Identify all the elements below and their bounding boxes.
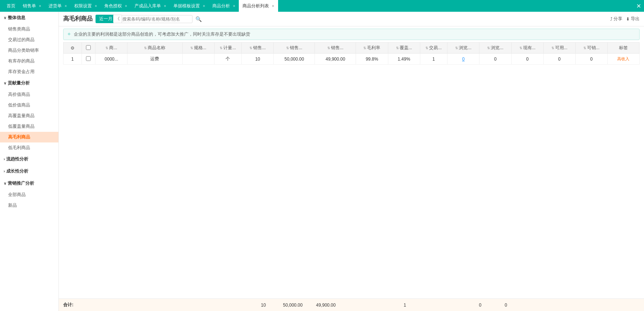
- th-unit[interactable]: ⇅计量...: [214, 43, 242, 54]
- table-row: 1 0000... 运费 个 10 50,000.00 49,900.00 99…: [64, 54, 640, 65]
- sidebar-item-low-value[interactable]: 低价值商品: [0, 100, 58, 111]
- cell-checkbox[interactable]: [82, 54, 95, 65]
- footer-spacer5: [203, 303, 229, 308]
- cell-browse-a[interactable]: 0: [447, 54, 479, 65]
- footer-available-stock: 0: [493, 303, 519, 308]
- arrow-growth: ›: [4, 169, 5, 173]
- footer-browse-b: [442, 303, 467, 308]
- th-transactions[interactable]: ⇅交易...: [420, 43, 447, 54]
- export-icon: ⬇: [626, 17, 630, 22]
- sidebar-section-overall[interactable]: ∨ 整体信息: [0, 12, 58, 24]
- sidebar-section-growth[interactable]: › 成长性分析: [0, 165, 58, 177]
- cell-browse-b: 0: [479, 54, 511, 65]
- nav-purchase[interactable]: 进货单 ×: [45, 0, 71, 12]
- nav-stock-in[interactable]: 产成品入库单 ×: [131, 0, 170, 12]
- close-permissions-tab[interactable]: ×: [95, 4, 97, 8]
- content-header: 高毛利商品 近一月 🔍 ⤴ 分享 ⬇ 导出: [59, 12, 644, 26]
- footer-values: 10 50,000.00 49,900.00 1 0 0: [107, 303, 640, 308]
- sidebar-item-traded-goods[interactable]: 交易过的商品: [0, 35, 58, 45]
- th-sales-cost[interactable]: ⇅销售...: [315, 43, 356, 54]
- cell-code: 0000...: [96, 54, 127, 65]
- cell-spec: [182, 54, 214, 65]
- sidebar: ∨ 整体信息 销售类商品 交易过的商品 商品分类助销率 有库存的商品 库存资金占…: [0, 12, 59, 311]
- share-button[interactable]: ⤴ 分享: [610, 16, 622, 22]
- nav-product-analysis[interactable]: 商品分析 ×: [209, 0, 239, 12]
- footer-gross-rate: [342, 303, 368, 308]
- th-code[interactable]: ⇅商...: [96, 43, 127, 54]
- sidebar-item-in-stock[interactable]: 有库存的商品: [0, 56, 58, 66]
- cell-unit: 个: [214, 54, 242, 65]
- sidebar-item-high-coverage[interactable]: 高覆盖量商品: [0, 111, 58, 121]
- close-roles-tab[interactable]: ×: [125, 4, 127, 8]
- cell-coverage: 1.49%: [388, 54, 420, 65]
- cell-transactions: 1: [420, 54, 447, 65]
- footer-browse-a: [416, 303, 442, 308]
- nav-home[interactable]: 首页: [3, 0, 19, 12]
- sidebar-item-low-coverage[interactable]: 低覆盖量商品: [0, 121, 58, 132]
- table-container[interactable]: ⚙ ⇅商... ⇅商品名称 ⇅规格... ⇅计量... ⇅销售... ⇅销售..…: [59, 42, 644, 299]
- th-tag: 标签: [607, 43, 639, 54]
- nav-permissions[interactable]: 权限设置 ×: [71, 0, 101, 12]
- cell-sales-cost: 49,900.00: [315, 54, 356, 65]
- sidebar-item-low-margin[interactable]: 低毛利商品: [0, 142, 58, 153]
- arrow-contribution: ∨: [4, 81, 6, 85]
- footer-spacer4: [159, 303, 203, 308]
- th-browse-a[interactable]: ⇅浏览...: [447, 43, 479, 54]
- arrow-trend: ›: [4, 157, 5, 161]
- share-icon: ⤴: [610, 17, 612, 22]
- export-button[interactable]: ⬇ 导出: [626, 16, 640, 22]
- th-coverage[interactable]: ⇅覆盖...: [388, 43, 420, 54]
- cell-current-stock: 0: [511, 54, 543, 65]
- th-available-stock[interactable]: ⇅可用...: [543, 43, 575, 54]
- search-input[interactable]: [119, 15, 193, 23]
- sidebar-item-high-margin[interactable]: 高毛利商品: [0, 132, 58, 142]
- sidebar-collapse-button[interactable]: 《: [113, 15, 122, 23]
- arrow-marketing: ∨: [4, 181, 6, 185]
- th-browse-b[interactable]: ⇅浏览...: [479, 43, 511, 54]
- th-spec[interactable]: ⇅规格...: [182, 43, 214, 54]
- header-actions: ⤴ 分享 ⬇ 导出: [610, 16, 640, 22]
- select-all-checkbox[interactable]: [86, 45, 91, 50]
- footer-spacer6: [229, 303, 251, 308]
- th-gross-rate[interactable]: ⇅毛利率: [356, 43, 388, 54]
- th-settings[interactable]: ⚙: [64, 43, 82, 54]
- th-sales-amount[interactable]: ⇅销售...: [274, 43, 315, 54]
- close-analysislist-tab[interactable]: ×: [272, 4, 274, 8]
- sidebar-section-marketing[interactable]: ∨ 营销推广分析: [0, 177, 58, 189]
- sidebar-section-trend[interactable]: › 流趋性分析: [0, 153, 58, 165]
- nav-template[interactable]: 单据模板设置 ×: [170, 0, 209, 12]
- footer-bar: 合计: 10 50,000.00 49,900.00 1 0 0: [59, 299, 644, 311]
- footer-sales-qty: 10: [251, 303, 276, 308]
- close-sales-tab[interactable]: ×: [39, 4, 41, 8]
- footer-current-stock: 0: [467, 303, 493, 308]
- th-checkbox[interactable]: [82, 43, 95, 54]
- top-nav: 首页 销售单 × 进货单 × 权限设置 × 角色授权 × 产成品入库单 × 单据…: [0, 0, 644, 12]
- nav-sales[interactable]: 销售单 ×: [19, 0, 45, 12]
- th-name[interactable]: ⇅商品名称: [127, 43, 182, 54]
- th-sales-qty[interactable]: ⇅销售...: [242, 43, 274, 54]
- close-analysis-tab[interactable]: ×: [233, 4, 235, 8]
- th-sellable-stock[interactable]: ⇅可销...: [575, 43, 607, 54]
- nav-roles[interactable]: 角色授权 ×: [101, 0, 131, 12]
- close-stockin-tab[interactable]: ×: [164, 4, 166, 8]
- data-table: ⚙ ⇅商... ⇅商品名称 ⇅规格... ⇅计量... ⇅销售... ⇅销售..…: [63, 42, 640, 65]
- cell-available-stock: 0: [543, 54, 575, 65]
- row-checkbox[interactable]: [86, 56, 91, 61]
- cell-sellable-stock: 0: [575, 54, 607, 65]
- sidebar-item-sales-goods[interactable]: 销售类商品: [0, 24, 58, 35]
- cell-index: 1: [64, 54, 82, 65]
- th-current-stock[interactable]: ⇅现有...: [511, 43, 543, 54]
- nav-analysis-list[interactable]: 商品分析列表 ×: [239, 0, 278, 12]
- search-icon[interactable]: 🔍: [195, 16, 202, 22]
- sidebar-item-new-goods[interactable]: 新品: [0, 200, 58, 211]
- window-close-button[interactable]: ✕: [636, 3, 641, 10]
- sidebar-item-inventory-capital[interactable]: 库存资金占用: [0, 66, 58, 77]
- close-template-tab[interactable]: ×: [203, 4, 205, 8]
- sidebar-item-category-sales-rate[interactable]: 商品分类助销率: [0, 45, 58, 56]
- sidebar-section-contribution[interactable]: ∨ 贡献量分析: [0, 77, 58, 89]
- close-purchase-tab[interactable]: ×: [65, 4, 67, 8]
- sidebar-item-all-goods[interactable]: 全部商品: [0, 189, 58, 200]
- page-title: 高毛利商品: [63, 15, 93, 23]
- sidebar-item-high-value[interactable]: 高价值商品: [0, 89, 58, 100]
- main-layout: ∨ 整体信息 销售类商品 交易过的商品 商品分类助销率 有库存的商品 库存资金占…: [0, 12, 644, 311]
